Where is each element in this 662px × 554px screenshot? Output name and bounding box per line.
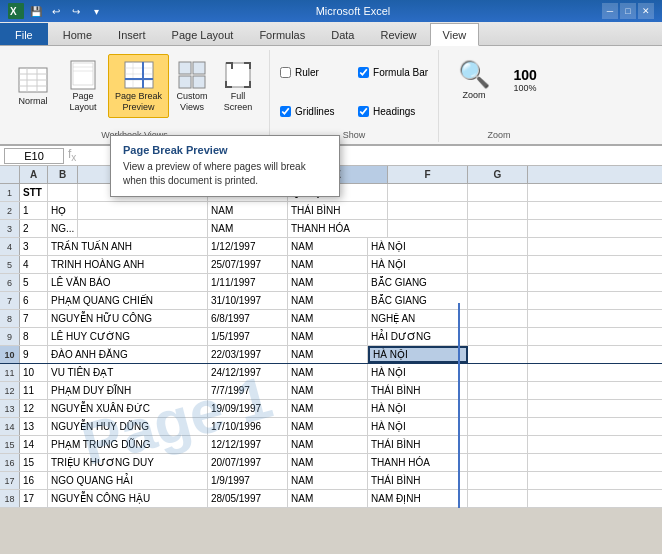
- cell[interactable]: 12: [20, 400, 48, 417]
- save-icon[interactable]: 💾: [28, 3, 44, 19]
- tab-page-layout[interactable]: Page Layout: [159, 23, 247, 45]
- cell[interactable]: 14: [20, 436, 48, 453]
- cell[interactable]: 3: [20, 238, 48, 255]
- cell[interactable]: NAM: [288, 382, 368, 399]
- cell[interactable]: NAM: [288, 490, 368, 507]
- cell[interactable]: [468, 436, 528, 453]
- cell[interactable]: 11: [20, 382, 48, 399]
- col-header-a[interactable]: A: [20, 166, 48, 183]
- cell[interactable]: NAM: [288, 454, 368, 471]
- cell[interactable]: [388, 202, 468, 219]
- cell[interactable]: THANH HÓA: [288, 220, 388, 237]
- cell[interactable]: NAM: [208, 220, 288, 237]
- ruler-checkbox[interactable]: [280, 67, 291, 78]
- cell[interactable]: NGUYỄN XUÂN ĐỨC: [48, 400, 208, 417]
- cell[interactable]: TRẦN TUẤN ANH: [48, 238, 208, 255]
- cell[interactable]: PHẠM QUANG CHIẾN: [48, 292, 208, 309]
- cell[interactable]: TRIỆU KHƯƠNG DUY: [48, 454, 208, 471]
- cell[interactable]: 15: [20, 454, 48, 471]
- maximize-button[interactable]: □: [620, 3, 636, 19]
- page-break-preview-button[interactable]: Page BreakPreview: [108, 54, 169, 118]
- cell[interactable]: HÀ NỘI: [368, 418, 468, 435]
- cell[interactable]: [468, 454, 528, 471]
- tab-review[interactable]: Review: [367, 23, 429, 45]
- cell[interactable]: THÁI BÌNH: [368, 382, 468, 399]
- minimize-button[interactable]: ─: [602, 3, 618, 19]
- cell[interactable]: 8: [20, 328, 48, 345]
- zoom-100-button[interactable]: 100 100%: [503, 54, 547, 99]
- cell[interactable]: [468, 472, 528, 489]
- cell[interactable]: NGO QUANG HẢI: [48, 472, 208, 489]
- formula-bar-checkbox[interactable]: [358, 67, 369, 78]
- cell[interactable]: 17/10/1996: [208, 418, 288, 435]
- cell[interactable]: HẢI DƯƠNG: [368, 328, 468, 345]
- cell[interactable]: [468, 202, 528, 219]
- cell[interactable]: [78, 202, 208, 219]
- cell[interactable]: [468, 346, 528, 363]
- cell[interactable]: HÀ NỘI: [368, 364, 468, 381]
- cell[interactable]: PHẠM TRUNG DŨNG: [48, 436, 208, 453]
- cell[interactable]: NG...: [48, 220, 78, 237]
- cell[interactable]: 7: [20, 310, 48, 327]
- cell[interactable]: 1/5/1997: [208, 328, 288, 345]
- cell[interactable]: THÁI BÌNH: [288, 202, 388, 219]
- cell[interactable]: STT: [20, 184, 48, 201]
- tab-file[interactable]: File: [0, 23, 48, 45]
- cell[interactable]: NAM: [288, 436, 368, 453]
- tab-data[interactable]: Data: [318, 23, 367, 45]
- cell[interactable]: [468, 418, 528, 435]
- cell[interactable]: [388, 220, 468, 237]
- cell[interactable]: HÀ NỘI: [368, 238, 468, 255]
- cell[interactable]: THÁI BÌNH: [368, 472, 468, 489]
- cell[interactable]: [468, 490, 528, 507]
- cell[interactable]: NAM: [288, 328, 368, 345]
- custom-views-button[interactable]: CustomViews: [169, 54, 215, 118]
- cell[interactable]: HỌ: [48, 202, 78, 219]
- cell[interactable]: [468, 184, 528, 201]
- cell[interactable]: PHẠM DUY ĐĨNH: [48, 382, 208, 399]
- cell[interactable]: 1/12/1997: [208, 238, 288, 255]
- title-controls[interactable]: ─ □ ✕: [602, 3, 654, 19]
- cell[interactable]: 10: [20, 364, 48, 381]
- cell[interactable]: NAM: [288, 346, 368, 363]
- cell[interactable]: 20/07/1997: [208, 454, 288, 471]
- cell[interactable]: [468, 220, 528, 237]
- cell[interactable]: NAM: [288, 418, 368, 435]
- col-header-b[interactable]: B: [48, 166, 78, 183]
- cell[interactable]: 6/8/1997: [208, 310, 288, 327]
- cell[interactable]: 17: [20, 490, 48, 507]
- cell[interactable]: 1/11/1997: [208, 274, 288, 291]
- headings-checkbox[interactable]: [358, 106, 369, 117]
- cell[interactable]: NAM ĐỊNH: [368, 490, 468, 507]
- cell[interactable]: BẮC GIANG: [368, 292, 468, 309]
- cell[interactable]: 4: [20, 256, 48, 273]
- quick-access-dropdown[interactable]: ▾: [88, 3, 104, 19]
- close-button[interactable]: ✕: [638, 3, 654, 19]
- cell[interactable]: HÀ NỘI: [368, 256, 468, 273]
- col-header-f[interactable]: F: [388, 166, 468, 183]
- cell[interactable]: NAM: [288, 364, 368, 381]
- cell[interactable]: NAM: [288, 256, 368, 273]
- cell[interactable]: NAM: [288, 310, 368, 327]
- cell[interactable]: 12/12/1997: [208, 436, 288, 453]
- cell[interactable]: [468, 364, 528, 381]
- cell[interactable]: NAM: [288, 400, 368, 417]
- ruler-check[interactable]: Ruler: [280, 54, 350, 91]
- cell[interactable]: TRINH HOÀNG ANH: [48, 256, 208, 273]
- cell[interactable]: [468, 274, 528, 291]
- selected-cell[interactable]: HÀ NỘI: [368, 346, 468, 363]
- cell[interactable]: 2: [20, 220, 48, 237]
- cell[interactable]: 1/9/1997: [208, 472, 288, 489]
- spreadsheet[interactable]: A B C D E F G Page 1 1 STT Giới tính Quê…: [0, 166, 662, 508]
- cell[interactable]: [468, 256, 528, 273]
- full-screen-button[interactable]: FullScreen: [215, 54, 261, 118]
- cell[interactable]: 13: [20, 418, 48, 435]
- cell[interactable]: 6: [20, 292, 48, 309]
- cell[interactable]: NAM: [288, 292, 368, 309]
- tab-insert[interactable]: Insert: [105, 23, 159, 45]
- headings-check[interactable]: Headings: [358, 93, 428, 130]
- cell[interactable]: THÁI BÌNH: [368, 436, 468, 453]
- cell[interactable]: [388, 184, 468, 201]
- cell[interactable]: NAM: [288, 274, 368, 291]
- cell[interactable]: NGUYỄN HUY DŨNG: [48, 418, 208, 435]
